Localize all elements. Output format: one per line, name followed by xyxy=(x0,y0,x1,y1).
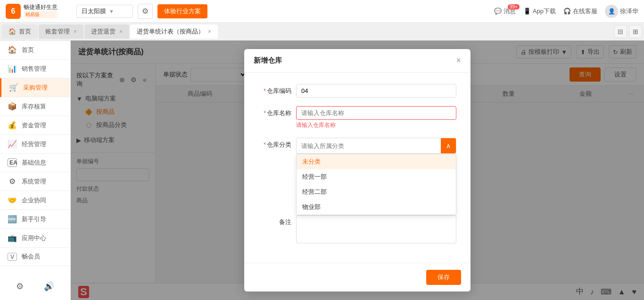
main-layout: 🏠 首页 📊 销售管理 🛒 采购管理 📦 库存核算 💰 资金管理 📈 经营管理 … xyxy=(0,41,644,300)
app-name: 畅捷通好生意 xyxy=(24,4,58,11)
sidebar-item-operations[interactable]: 📈 经营管理 xyxy=(0,135,70,154)
store-selector[interactable]: 日太阳膜 ▼ xyxy=(76,5,133,18)
trial-button[interactable]: 体验行业方案 xyxy=(157,4,207,18)
note-label: 备注 xyxy=(258,215,296,226)
category-arrow-up-icon: ∧ xyxy=(446,142,451,150)
category-dropdown: 未分类 经营一部 经营二部 物业部 xyxy=(296,154,456,215)
sidebar: 🏠 首页 📊 销售管理 🛒 采购管理 📦 库存核算 💰 资金管理 📈 经营管理 … xyxy=(0,41,71,300)
modal-body: 仓库编码 仓库名称 请输入仓库名称 xyxy=(244,73,471,263)
name-error-msg: 请输入仓库名称 xyxy=(296,121,456,129)
tab-expand-button[interactable]: ⊞ xyxy=(629,25,642,38)
sidebar-item-basic-info-label: 基础信息 xyxy=(22,158,46,167)
user-name: 徐泽华 xyxy=(620,7,638,16)
tab-shrink-button[interactable]: ⊟ xyxy=(614,25,627,38)
tab-bar-actions: ⊟ ⊞ xyxy=(614,25,642,38)
name-label: 仓库名称 xyxy=(258,106,296,117)
top-header: 6 畅捷通好生意 精易版 日太阳膜 ▼ ⚙ 体验行业方案 💬 消息 99+ 📱 … xyxy=(0,0,644,23)
modal-title: 新增仓库 xyxy=(254,56,282,65)
store-name: 日太阳膜 xyxy=(82,7,106,16)
logo-icon: 6 xyxy=(6,4,21,19)
sidebar-item-home[interactable]: 🏠 首页 xyxy=(0,41,70,59)
sidebar-item-basic-info[interactable]: EA 基础信息 xyxy=(0,154,70,172)
category-label: 仓库分类 xyxy=(258,138,296,149)
tab-purchase-return-close-icon[interactable]: × xyxy=(119,28,123,35)
category-input-row: ∧ xyxy=(296,138,456,154)
sidebar-item-app-center[interactable]: 📺 应用中心 xyxy=(0,229,70,248)
app-download-button[interactable]: 📱 App下载 xyxy=(523,7,556,16)
tab-accounts[interactable]: 账套管理 × xyxy=(39,25,83,39)
sidebar-item-enterprise[interactable]: 🤝 企业协同 xyxy=(0,191,70,210)
sidebar-item-purchase[interactable]: 🛒 采购管理 xyxy=(0,78,70,97)
tab-bar: 🏠 首页 账套管理 × 进货退货 × 进货单统计表（按商品） × ⊟ ⊞ xyxy=(0,23,644,41)
tab-purchase-stat[interactable]: 进货单统计表（按商品） × xyxy=(130,25,218,39)
sidebar-settings-icon[interactable]: ⚙ xyxy=(16,281,24,292)
tab-accounts-label: 账套管理 xyxy=(45,27,70,36)
tab-purchase-stat-label: 进货单统计表（按商品） xyxy=(137,27,204,36)
sidebar-item-guide[interactable]: 🆕 新手引导 xyxy=(0,210,70,229)
category-option-3[interactable]: 物业部 xyxy=(297,200,456,215)
sidebar-item-finance[interactable]: 💰 资金管理 xyxy=(0,116,70,135)
sidebar-item-member-label: 畅会员 xyxy=(22,252,40,261)
category-option-2[interactable]: 经营二部 xyxy=(297,184,456,200)
form-item-note: 备注 xyxy=(258,215,456,245)
app-download-label: App下载 xyxy=(533,7,556,16)
purchase-icon: 🛒 xyxy=(9,83,18,92)
message-button[interactable]: 💬 消息 99+ xyxy=(494,7,516,16)
sales-icon: 📊 xyxy=(8,64,17,73)
sidebar-item-member[interactable]: V 畅会员 xyxy=(0,248,70,266)
sidebar-audio-icon[interactable]: 🔊 xyxy=(44,281,54,292)
tab-purchase-stat-close-icon[interactable]: × xyxy=(208,28,211,35)
category-option-1[interactable]: 经营一部 xyxy=(297,169,456,184)
system-icon: ⚙ xyxy=(8,177,17,186)
category-input-wrap: ∧ 未分类 经营一部 经营二部 物业部 xyxy=(296,138,456,154)
basic-info-icon: EA xyxy=(8,158,17,167)
gear-button[interactable]: ⚙ xyxy=(138,4,153,19)
note-input[interactable] xyxy=(296,215,456,243)
store-dropdown-arrow-icon: ▼ xyxy=(109,8,114,14)
header-center: 日太阳膜 ▼ ⚙ 体验行业方案 xyxy=(76,4,494,19)
headset-icon: 🎧 xyxy=(563,8,571,15)
category-input[interactable] xyxy=(297,140,441,152)
sidebar-item-enterprise-label: 企业协同 xyxy=(22,196,46,205)
category-option-0[interactable]: 未分类 xyxy=(297,154,456,169)
save-button[interactable]: 保存 xyxy=(426,270,461,285)
category-toggle-button[interactable]: ∧ xyxy=(441,138,456,153)
user-area[interactable]: 👤 徐泽华 xyxy=(605,5,638,18)
sidebar-item-app-center-label: 应用中心 xyxy=(22,234,46,242)
content-area: 进货单统计(按商品) 🖨 按模板打印 ▼ ⬆ 导出 ↻ 刷新 xyxy=(71,41,644,300)
member-icon: V xyxy=(8,253,17,261)
online-service-label: 在线客服 xyxy=(573,7,597,16)
modal-close-button[interactable]: × xyxy=(456,56,461,66)
new-warehouse-modal: 新增仓库 × 仓库编码 仓库名称 xyxy=(244,49,471,292)
sidebar-item-inventory-label: 库存核算 xyxy=(22,102,46,111)
app-center-icon: 📺 xyxy=(8,233,17,242)
sidebar-item-system[interactable]: ⚙ 系统管理 xyxy=(0,172,70,191)
tab-accounts-close-icon[interactable]: × xyxy=(74,28,77,35)
header-right: 💬 消息 99+ 📱 App下载 🎧 在线客服 👤 徐泽华 xyxy=(494,5,638,18)
gear-icon: ⚙ xyxy=(142,7,149,16)
name-input-wrap: 请输入仓库名称 xyxy=(296,106,456,129)
sidebar-item-purchase-label: 采购管理 xyxy=(23,83,48,92)
sidebar-item-operations-label: 经营管理 xyxy=(22,140,46,149)
sidebar-item-guide-label: 新手引导 xyxy=(22,215,46,224)
sidebar-item-inventory[interactable]: 📦 库存核算 xyxy=(0,97,70,116)
tab-purchase-return-label: 进货退货 xyxy=(91,27,116,36)
code-label: 仓库编码 xyxy=(258,84,296,95)
notification-badge: 99+ xyxy=(508,4,520,9)
code-input[interactable] xyxy=(296,84,456,98)
name-input[interactable] xyxy=(296,106,456,120)
message-icon: 💬 xyxy=(494,8,502,15)
enterprise-icon: 🤝 xyxy=(8,196,17,205)
home-sidebar-icon: 🏠 xyxy=(8,45,17,54)
online-service-button[interactable]: 🎧 在线客服 xyxy=(563,7,597,16)
tab-home[interactable]: 🏠 首页 xyxy=(2,25,38,39)
sidebar-item-sales[interactable]: 📊 销售管理 xyxy=(0,59,70,78)
tab-purchase-return[interactable]: 进货退货 × xyxy=(84,25,129,39)
logo-area: 6 畅捷通好生意 精易版 xyxy=(6,4,76,19)
avatar: 👤 xyxy=(605,5,618,18)
modal-footer: 保存 xyxy=(244,263,471,292)
operations-icon: 📈 xyxy=(8,140,17,149)
code-input-wrap xyxy=(296,84,456,98)
tab-home-label: 首页 xyxy=(19,27,31,36)
sidebar-item-finance-label: 资金管理 xyxy=(22,121,46,130)
